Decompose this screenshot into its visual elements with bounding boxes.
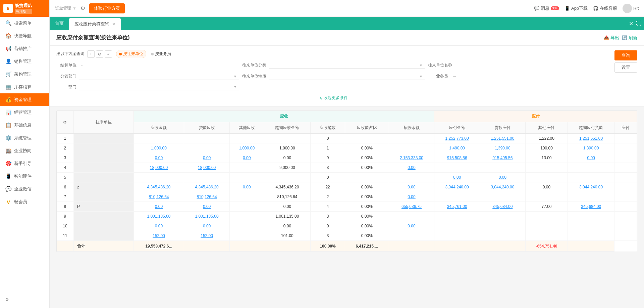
nav-by-salesperson[interactable]: 按业务员 (148, 50, 174, 58)
sidebar-item-label: 系统管理 (14, 135, 32, 141)
tab-home[interactable]: 首页 (50, 17, 69, 30)
table-cell[interactable]: 0.00 (389, 182, 434, 192)
topbar-settings-icon[interactable]: ⚙ (80, 5, 85, 11)
table-cell[interactable]: 1,252,773.00 (434, 134, 480, 143)
table-cell[interactable]: 345,684.00 (568, 202, 614, 212)
export-button[interactable]: 📤 导出 (604, 35, 619, 41)
table-cell[interactable]: 0.00 (184, 221, 230, 231)
sidebar-item-finance[interactable]: 💰 资金管理 (0, 93, 49, 106)
table-cell: 0 (311, 134, 345, 143)
table-cell[interactable]: 1,000.00 (133, 143, 184, 153)
sidebar-item-quick-nav[interactable]: 🏠 快捷导航 (0, 30, 49, 42)
footer-ar-total[interactable]: 19,553,472.6... (133, 241, 184, 252)
table-cell[interactable]: 0.00 (568, 153, 614, 163)
table-cell[interactable]: 1,490.00 (434, 143, 480, 153)
table-cell (614, 231, 637, 241)
table-cell[interactable]: 655,636.75 (389, 202, 434, 212)
app-download-btn[interactable]: 📱 App下载 (565, 5, 588, 11)
table-cell (568, 192, 614, 202)
table-cell[interactable]: 1,390.00 (568, 143, 614, 153)
table-cell[interactable]: 1,000.00 (229, 143, 264, 153)
sidebar-item-basic-info[interactable]: 📋 基础信息 (0, 119, 49, 132)
table-cell[interactable]: 152.00 (184, 231, 230, 241)
table-cell (73, 134, 133, 143)
counterparty-name-input[interactable] (455, 61, 610, 69)
dept-select[interactable]: ▼ (79, 73, 239, 80)
table-cell[interactable]: 810,126.64 (133, 192, 184, 202)
th-ar-overdue: 超期应收金额 (264, 122, 311, 134)
online-service-btn[interactable]: 🎧 在线客服 (593, 5, 617, 11)
table-cell[interactable]: 1,001,135.00 (184, 212, 230, 221)
table-cell[interactable]: 0.00 (133, 202, 184, 212)
sidebar-item-sales[interactable]: 👤 销售管理 (0, 55, 49, 68)
tab-maximize-icon[interactable]: ⛶ (636, 20, 641, 27)
tab-ar-ap[interactable]: 应收应付余额查询 ✕ (69, 18, 121, 30)
table-cell[interactable]: 18,000.00 (184, 163, 230, 173)
table-cell[interactable]: 0.00 (480, 173, 525, 182)
table-cell[interactable]: 0.00 (133, 153, 184, 163)
table-cell[interactable]: 0.00 (434, 173, 480, 182)
nav-by-unit[interactable]: 按往来单位 (116, 50, 146, 58)
sidebar-item-guide[interactable]: 🎯 新手引导 (0, 157, 49, 170)
table-cell[interactable]: 0.00 (184, 202, 230, 212)
table-cell[interactable]: 4,345,436.20 (133, 182, 184, 192)
table-cell (229, 212, 264, 221)
collapse-scheme-btn[interactable]: « (105, 50, 112, 58)
message-btn[interactable]: 💬 消息 99+ (534, 5, 559, 11)
nav-dot-2 (151, 53, 154, 55)
table-cell[interactable]: 3,044,240.00 (480, 182, 525, 192)
table-cell[interactable]: 0.00 (389, 163, 434, 173)
sidebar-item-wechat[interactable]: 💬 企业微信 (0, 183, 49, 195)
tab-close-window-icon[interactable]: ✕ (629, 20, 633, 27)
table-cell[interactable]: 3,044,240.00 (568, 182, 614, 192)
table-cell[interactable]: 0.00 (229, 182, 264, 192)
table-cell[interactable]: 1,001,135.00 (133, 212, 184, 221)
edit-scheme-btn[interactable]: ⊙ (96, 50, 103, 58)
query-button[interactable]: 查询 (614, 50, 637, 60)
table-cell[interactable]: 152.00 (133, 231, 184, 241)
table-cell[interactable]: 915,495.56 (480, 153, 525, 163)
nature-chevron-icon: ▼ (419, 75, 423, 78)
sidebar-item-smart-hw[interactable]: 📱 智能硬件 (0, 170, 49, 183)
table-cell[interactable]: 1,390.00 (480, 143, 525, 153)
promo-button[interactable]: 体验行业方案 (89, 3, 125, 13)
sidebar-item-inventory[interactable]: 🏢 库存核算 (0, 81, 49, 93)
export-label: 导出 (610, 35, 619, 41)
counterparty-nature-select[interactable]: ▼ (269, 73, 425, 80)
counterparty-category-select[interactable]: ▼ (269, 62, 425, 69)
sidebar-item-marketing[interactable]: 📢 营销推广 (0, 42, 49, 55)
table-cell[interactable]: 4,345,436.20 (184, 182, 230, 192)
table-cell[interactable]: 0.00 (389, 192, 434, 202)
table-cell[interactable]: 1,251,551.00 (480, 134, 525, 143)
collapse-button[interactable]: ∧ 收起更多条件 (315, 94, 352, 102)
table-cell[interactable]: 0.00 (184, 153, 230, 163)
sidebar-item-vip[interactable]: V 畅会员 (0, 195, 49, 208)
table-cell[interactable]: 1,251,551.00 (568, 134, 614, 143)
settings-button[interactable]: 设置 (614, 62, 637, 73)
sidebar-item-label: 经营管理 (14, 109, 32, 116)
table-cell[interactable]: 0.00 (133, 221, 184, 231)
sidebar-item-enterprise[interactable]: 🏬 企业协同 (0, 144, 49, 157)
table-cell[interactable]: 915,508.56 (434, 153, 480, 163)
department-select[interactable]: ▼ (79, 84, 239, 90)
table-cell[interactable]: 18,000.00 (133, 163, 184, 173)
refresh-button[interactable]: 🔄 刷新 (622, 35, 637, 41)
sidebar-item-system[interactable]: ⚙️ 系统管理 (0, 132, 49, 144)
user-profile[interactable]: Rit (623, 4, 639, 13)
th-settings[interactable]: ⚙ (57, 111, 73, 134)
tab-close-icon[interactable]: ✕ (112, 22, 115, 27)
table-cell[interactable]: 345,761.00 (434, 202, 480, 212)
salesperson-input[interactable]: ··· (451, 73, 610, 80)
table-cell[interactable]: 810,126.64 (184, 192, 230, 202)
table-cell[interactable]: 0.00 (229, 153, 264, 163)
table-cell[interactable]: 0.00 (389, 221, 434, 231)
sidebar-item-purchase[interactable]: 🛒 采购管理 (0, 68, 49, 81)
sidebar-item-operations[interactable]: 📊 经营管理 (0, 106, 49, 119)
add-scheme-btn[interactable]: + (87, 50, 95, 58)
sidebar-item-search[interactable]: 🔍 搜索菜单 (0, 17, 49, 30)
sidebar-settings-btn[interactable]: ⚙ (0, 295, 49, 305)
table-cell[interactable]: 2,153,333.00 (389, 153, 434, 163)
settlement-unit-input[interactable]: ··· (79, 61, 239, 69)
table-cell[interactable]: 3,044,240.00 (434, 182, 480, 192)
table-cell[interactable]: 345,684.00 (480, 202, 525, 212)
